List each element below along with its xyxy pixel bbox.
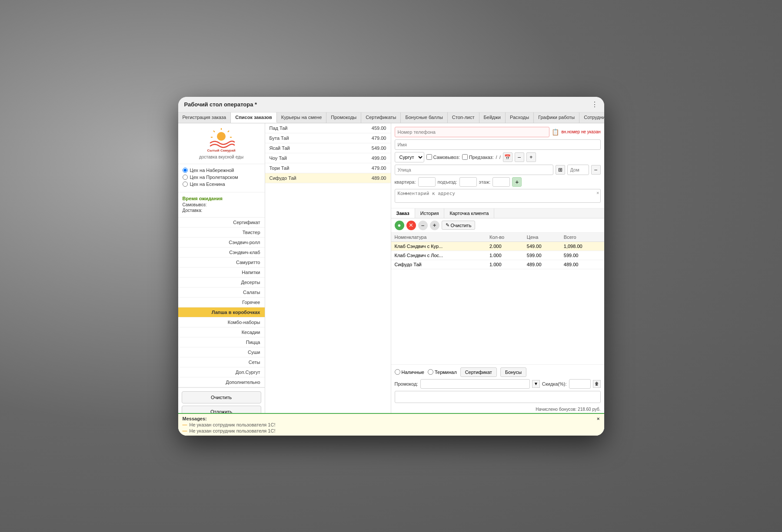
btn-clear-order[interactable]: ✎ Очистить [442, 221, 476, 230]
order-row-2[interactable]: Сифудо Тай 1.000 489.00 489.00 [391, 260, 604, 269]
phone-input[interactable] [395, 127, 550, 137]
tab-stoplist[interactable]: Стоп-лист [448, 112, 479, 123]
menu-item-sertifikat[interactable]: Сертификат [178, 218, 265, 228]
time-plus-btn[interactable]: + [526, 152, 536, 162]
samovyvoz-checkbox[interactable]: Самовывоз: [426, 154, 460, 160]
menu-item-sendvich-klab[interactable]: Сэндвич-клаб [178, 248, 265, 258]
menu-item-sendvich-roll[interactable]: Сэндвич-ролл [178, 238, 265, 248]
apt-input[interactable] [418, 177, 436, 187]
bonus-info: Начислено бонусов: 218.60 руб. [395, 407, 601, 412]
btn-qty-plus[interactable]: + [430, 221, 439, 230]
title-bar: Рабочий стол оператора * ⋮ [178, 97, 604, 112]
order-tab-order[interactable]: Заказ [391, 208, 415, 218]
svg-line-2 [228, 131, 229, 132]
col-price: Цена [523, 233, 560, 242]
item-buta-tai[interactable]: Бута Тай 479.00 [265, 133, 391, 143]
order-note[interactable] [395, 391, 601, 403]
phone-warning[interactable]: вн.номер не указан [561, 129, 600, 134]
menu-item-deserty[interactable]: Десерты [178, 278, 265, 287]
item-sifudo-tai[interactable]: Сифудо Тай 489.00 [265, 173, 391, 183]
order-item-total-0: 1,098.00 [560, 241, 604, 251]
tabs-bar: Регистрация заказа Список заказов Курьер… [178, 112, 604, 123]
promo-clear-btn[interactable]: ▼ [532, 380, 540, 388]
btn-clear[interactable]: Очистить [182, 391, 261, 403]
menu-item-salaty[interactable]: Салаты [178, 287, 265, 297]
tab-certs[interactable]: Сертификаты [361, 112, 401, 123]
col-total: Всего [560, 233, 604, 242]
promo-row: Промокод: ▼ Скидка(%): 0.00 🗑 [395, 379, 601, 389]
apt-row: квартира: подъезд: этаж: + [395, 177, 601, 187]
btn-certificate[interactable]: Сертификат [460, 367, 497, 377]
menu-item-dopsurgut[interactable]: Доп.Сургут [178, 367, 265, 377]
menu-item-picca[interactable]: Пицца [178, 337, 265, 347]
menu-item-goryachee[interactable]: Горячее [178, 297, 265, 307]
form-section: 📋 вн.номер не указан Сургут Самовывоз: [391, 123, 604, 208]
branch-nabereznaya[interactable]: Цех на Набережной [183, 168, 260, 173]
item-yasai-tai[interactable]: Ясай Тай 549.00 [265, 143, 391, 153]
promo-input[interactable] [420, 379, 530, 389]
order-actions: ● ✕ – + ✎ Очистить [391, 218, 604, 233]
comment-close-btn[interactable]: × [596, 190, 599, 195]
tab-badges[interactable]: Бейджи [479, 112, 506, 123]
floor-plus-btn[interactable]: + [512, 177, 522, 187]
menu-item-sety[interactable]: Сеты [178, 357, 265, 367]
tab-expenses[interactable]: Расходы [506, 112, 534, 123]
item-tori-tai[interactable]: Тори Тай 479.00 [265, 163, 391, 173]
tab-employees[interactable]: Сотрудники [579, 112, 604, 123]
item-pad-tai[interactable]: Пад Тай 459.00 [265, 123, 391, 133]
order-tab-history[interactable]: История [415, 208, 445, 218]
payment-section: Наличные Терминал Сертификат Бонусы Пром… [391, 364, 604, 416]
street-input[interactable] [395, 165, 553, 175]
discount-clear-btn[interactable]: 🗑 [593, 380, 601, 388]
predsakaz-checkbox[interactable]: Предзаказ: [462, 154, 494, 160]
svg-point-0 [217, 132, 226, 141]
btn-bonus[interactable]: Бонусы [500, 367, 526, 377]
terminal-radio[interactable]: Терминал [428, 369, 457, 375]
time-minus-btn[interactable]: – [515, 152, 524, 162]
logo-area: Сытый Самурай доставка вкусной еды [178, 123, 265, 164]
order-item-price-1: 599.00 [523, 251, 560, 260]
order-row-0[interactable]: Клаб Сэндвич с Кур... 2.000 549.00 1,098… [391, 241, 604, 251]
messages-close-btn[interactable]: × [597, 416, 599, 421]
menu-item-kesadii[interactable]: Кесадии [178, 327, 265, 337]
address-search-btn[interactable]: ⊞ [556, 165, 565, 175]
order-row-1[interactable]: Клаб Сэндвич с Лос... 1.000 599.00 599.0… [391, 251, 604, 260]
menu-item-lapsha[interactable]: Лапша в коробочках [178, 307, 265, 317]
menu-item-tvister[interactable]: Твистер [178, 228, 265, 238]
tab-list[interactable]: Список заказов [231, 112, 277, 123]
house-clear-btn[interactable]: – [591, 165, 601, 175]
app-menu-icon[interactable]: ⋮ [591, 100, 598, 109]
item-chou-tai[interactable]: Чоу Тай 499.00 [265, 153, 391, 163]
name-input[interactable] [395, 139, 601, 150]
discount-input[interactable]: 0.00 [569, 379, 591, 389]
comment-input[interactable] [395, 189, 601, 203]
date-picker-btn[interactable]: 📅 [503, 152, 512, 162]
city-select[interactable]: Сургут [395, 152, 424, 162]
center-panel: Пад Тай 459.00 Бута Тай 479.00 Ясай Тай … [265, 123, 391, 436]
right-panel: 📋 вн.номер не указан Сургут Самовывоз: [391, 123, 604, 436]
menu-item-sushi[interactable]: Суши [178, 347, 265, 357]
btn-qty-minus[interactable]: – [418, 221, 428, 230]
menu-item-samurito[interactable]: Самуритто [178, 258, 265, 268]
branch-proletarsky[interactable]: Цех на Пролетарском [183, 175, 260, 180]
floor-label: этаж: [479, 179, 491, 185]
order-table: Номенклатура Кол-во Цена Всего Клаб Сэнд… [391, 233, 604, 364]
tab-registro[interactable]: Регистрация заказа [178, 112, 231, 123]
tab-schedule[interactable]: Графики работы [534, 112, 579, 123]
menu-item-napitki[interactable]: Напитки [178, 268, 265, 278]
tab-promo[interactable]: Промокоды [326, 112, 361, 123]
branch-esenina[interactable]: Цех на Есенина [183, 182, 260, 187]
entrance-input[interactable] [459, 177, 477, 187]
menu-item-dopolnitelno[interactable]: Дополнительно [178, 377, 265, 387]
menu-item-kombo[interactable]: Комбо-наборы [178, 317, 265, 327]
tab-couriers[interactable]: Курьеры на смене [277, 112, 326, 123]
floor-input[interactable] [492, 177, 510, 187]
cash-radio[interactable]: Наличные [395, 369, 424, 375]
tab-bonus[interactable]: Бонусные баллы [401, 112, 447, 123]
btn-confirm-order[interactable]: ● [395, 221, 404, 230]
wait-title: Время ожидания [183, 196, 260, 201]
house-input[interactable] [567, 165, 589, 175]
btn-reject-order[interactable]: ✕ [406, 221, 416, 230]
order-tab-client[interactable]: Карточка клиента [444, 208, 494, 218]
app-title: Рабочий стол оператора * [184, 101, 257, 108]
